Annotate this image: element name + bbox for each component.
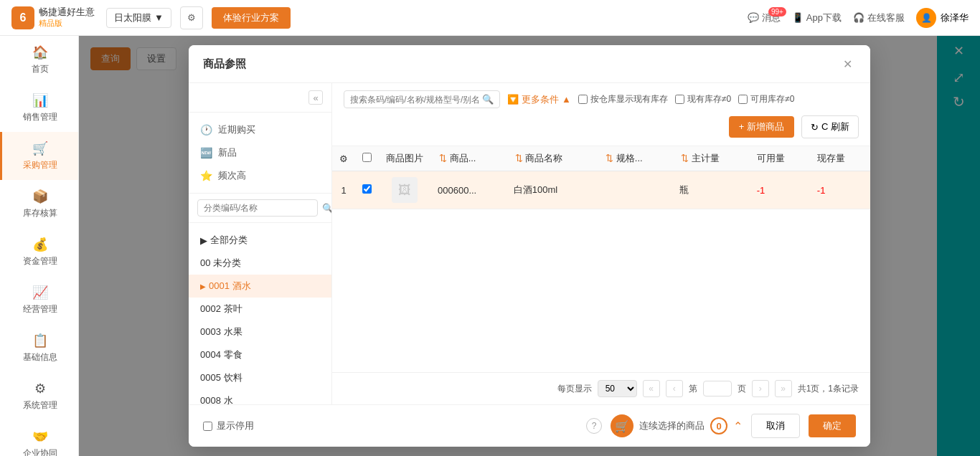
confirm-button[interactable]: 确定 xyxy=(809,414,856,437)
recent-icon: 🕐 xyxy=(200,124,212,136)
modal-overlay: 商品参照 ✕ « 🕐 近 xyxy=(79,36,980,456)
sidebar: 🏠 首页 📊 销售管理 🛒 采购管理 📦 库存核算 💰 资金管理 📈 经营管理 … xyxy=(0,36,79,456)
online-service-item[interactable]: 🎧 在线客服 xyxy=(853,11,905,24)
th-code[interactable]: ⇅ 商品... xyxy=(430,146,507,171)
sidebar-item-home[interactable]: 🏠 首页 xyxy=(0,36,78,84)
cat-search: 🔍 xyxy=(189,194,331,223)
table-row[interactable]: 1 🖼 000600... 白酒100ml xyxy=(332,171,870,209)
sidebar-item-purchase[interactable]: 🛒 采购管理 xyxy=(0,132,78,180)
checkbox-stock-nonzero-input[interactable] xyxy=(675,95,684,104)
footer-right: ? 🛒 连续选择的商品 0 ⌃ 取消 确定 xyxy=(586,414,856,438)
purchase-icon: 🛒 xyxy=(32,141,48,156)
add-product-btn[interactable]: + 新增商品 xyxy=(729,116,794,138)
next-page-btn[interactable]: › xyxy=(752,380,769,397)
th-gear: ⚙ xyxy=(332,146,355,171)
product-search-box: 🔍 xyxy=(344,90,500,108)
refresh-btn[interactable]: ↻ C 刷新 xyxy=(801,115,859,138)
th-name[interactable]: ⇅ 商品名称 xyxy=(507,146,597,171)
sidebar-item-system[interactable]: ⚙ 系统管理 xyxy=(0,372,78,420)
per-page-label: 每页显示 xyxy=(557,383,592,395)
cat-item-water[interactable]: 0008 水 xyxy=(189,389,331,404)
cart-area: 🛒 连续选择的商品 0 ⌃ xyxy=(611,414,743,437)
cat-item-tea[interactable]: 0002 茶叶 xyxy=(189,298,331,320)
show-disabled-label[interactable]: 显示停用 xyxy=(203,419,254,432)
cat-item-snack[interactable]: 0004 零食 xyxy=(189,343,331,366)
enterprise-icon: 🤝 xyxy=(32,429,48,445)
checkbox-stock-nonzero[interactable]: 现有库存≠0 xyxy=(675,93,731,105)
per-page-select[interactable]: 50 100 200 xyxy=(598,380,637,397)
cat-item-drink[interactable]: 0005 饮料 xyxy=(189,366,331,389)
th-spec[interactable]: ⇅ 规格... xyxy=(597,146,672,171)
sidebar-item-finance[interactable]: 💰 资金管理 xyxy=(0,228,78,276)
trial-button[interactable]: 体验行业方案 xyxy=(212,7,291,29)
th-unit[interactable]: ⇅ 主计量 xyxy=(672,146,750,171)
refresh-icon: ↻ xyxy=(811,122,819,133)
sidebar-item-sales[interactable]: 📊 销售管理 xyxy=(0,84,78,132)
checkbox-available-nonzero[interactable]: 可用库存≠0 xyxy=(738,93,794,105)
messages-item[interactable]: 💬 消息 99+ xyxy=(748,11,781,24)
product-table: ⚙ 商品图片 xyxy=(332,146,870,209)
category-list: ▶ 全部分类 00 未分类 ▶ 0001 酒水 0002 茶 xyxy=(189,223,331,404)
modal-footer: 显示停用 ? 🛒 连续选择的商品 0 ⌃ 取消 确定 xyxy=(189,404,870,447)
collapse-btn[interactable]: « xyxy=(308,90,323,105)
sidebar-item-management[interactable]: 📈 经营管理 xyxy=(0,276,78,324)
user-avatar-area[interactable]: 👤 徐泽华 xyxy=(916,8,969,28)
table-header-row: ⚙ 商品图片 xyxy=(332,146,870,171)
show-disabled-checkbox[interactable] xyxy=(203,422,212,431)
sidebar-item-basic-info[interactable]: 📋 基础信息 xyxy=(0,324,78,372)
quick-cat-recent[interactable]: 🕐 近期购买 xyxy=(189,118,331,141)
gear-button[interactable]: ⚙ xyxy=(180,6,203,29)
cart-icon[interactable]: 🛒 xyxy=(611,414,633,437)
cat-item-uncategorized[interactable]: 00 未分类 xyxy=(189,252,331,275)
footer-collapse-arrow[interactable]: ⌃ xyxy=(733,419,743,433)
logo-text: 畅捷通好生意 xyxy=(39,6,95,18)
topbar: 6 畅捷通好生意 精品版 日太阳膜 ▼ ⚙ 体验行业方案 💬 消息 99+ 📱 … xyxy=(0,0,980,36)
prev-page-btn[interactable]: ‹ xyxy=(666,380,683,397)
cat-item-liquor[interactable]: ▶ 0001 酒水 xyxy=(189,275,331,298)
product-search-icon[interactable]: 🔍 xyxy=(482,94,494,105)
app-download-item[interactable]: 📱 App下载 xyxy=(792,11,842,24)
sort-spec-icon: ⇅ xyxy=(606,153,613,163)
filter-btn[interactable]: 🔽 更多条件 ▲ xyxy=(507,93,571,106)
row-available: -1 xyxy=(750,171,810,209)
product-table-container: ⚙ 商品图片 xyxy=(332,146,870,372)
row-checkbox-cell[interactable] xyxy=(355,171,379,209)
system-icon: ⚙ xyxy=(34,381,46,396)
sidebar-item-inventory[interactable]: 📦 库存核算 xyxy=(0,180,78,228)
first-page-btn[interactable]: « xyxy=(643,380,660,397)
table-gear-icon[interactable]: ⚙ xyxy=(339,153,348,164)
store-selector[interactable]: 日太阳膜 ▼ xyxy=(106,8,171,28)
cat-search-input[interactable] xyxy=(197,199,318,217)
sidebar-item-enterprise[interactable]: 🤝 企业协同 xyxy=(0,420,78,456)
cat-search-icon[interactable]: 🔍 xyxy=(322,203,332,214)
modal-close-button[interactable]: ✕ xyxy=(839,55,856,72)
checkbox-warehouse-input[interactable] xyxy=(578,95,588,104)
quick-cat-new[interactable]: 🆕 新品 xyxy=(189,141,331,164)
avatar: 👤 xyxy=(916,8,936,28)
main-layout: 🏠 首页 📊 销售管理 🛒 采购管理 📦 库存核算 💰 资金管理 📈 经营管理 … xyxy=(0,36,980,456)
cancel-button[interactable]: 取消 xyxy=(751,414,800,438)
help-icon[interactable]: ? xyxy=(586,418,602,434)
checkbox-available-nonzero-input[interactable] xyxy=(738,95,748,104)
product-search-input[interactable] xyxy=(350,95,479,105)
checkbox-warehouse[interactable]: 按仓库显示现有库存 xyxy=(578,93,668,105)
select-all-checkbox[interactable] xyxy=(362,153,372,162)
row-stock: -1 xyxy=(810,171,870,209)
logo-area: 6 畅捷通好生意 精品版 xyxy=(11,6,98,29)
product-image-placeholder: 🖼 xyxy=(392,177,418,203)
topbar-right: 💬 消息 99+ 📱 App下载 🎧 在线客服 👤 徐泽华 xyxy=(748,8,969,28)
row-checkbox[interactable] xyxy=(362,184,372,194)
product-toolbar: 🔍 🔽 更多条件 ▲ 按仓库显示现有库存 xyxy=(332,83,870,146)
last-page-btn[interactable]: » xyxy=(775,380,792,397)
logo-sub: 精品版 xyxy=(39,18,95,29)
new-icon: 🆕 xyxy=(200,147,212,158)
page-number-input[interactable]: 1 xyxy=(703,381,732,396)
product-reference-modal: 商品参照 ✕ « 🕐 近 xyxy=(189,45,870,447)
cat-item-fruit[interactable]: 0003 水果 xyxy=(189,320,331,343)
right-panel: 🔍 🔽 更多条件 ▲ 按仓库显示现有库存 xyxy=(332,83,870,404)
quick-cat-frequent[interactable]: ⭐ 频次高 xyxy=(189,164,331,187)
th-stock: 现存量 xyxy=(810,146,870,171)
row-image-cell: 🖼 xyxy=(379,171,430,209)
logo-icon: 6 xyxy=(11,6,34,29)
cat-item-all[interactable]: ▶ 全部分类 xyxy=(189,229,331,252)
